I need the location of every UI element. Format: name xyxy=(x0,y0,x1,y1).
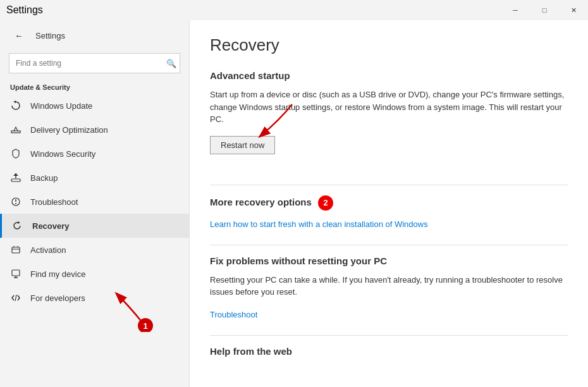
sidebar-app-title: Settings xyxy=(35,31,65,40)
clean-install-link[interactable]: Learn how to start fresh with a clean in… xyxy=(210,219,428,229)
sidebar-item-label-find-my-device: Find my device xyxy=(30,269,85,279)
sidebar-item-delivery-optimization[interactable]: Delivery Optimization xyxy=(0,118,189,142)
for-developers-icon xyxy=(10,292,21,304)
search-icon: 🔍 xyxy=(166,59,176,68)
fix-problems-section: Fix problems without resetting your PC R… xyxy=(210,255,568,320)
title-bar-title: Settings xyxy=(6,4,43,16)
more-recovery-section: More recovery options 2 Learn how to sta… xyxy=(210,195,568,230)
advanced-startup-section: Advanced startup Start up from a device … xyxy=(210,70,568,169)
sidebar-nav-top: ← Settings xyxy=(0,20,189,51)
backup-icon xyxy=(10,172,21,183)
title-bar: Settings ─ □ ✕ xyxy=(0,0,588,20)
search-box: 🔍 xyxy=(9,53,180,73)
sidebar-item-label-backup: Backup xyxy=(30,173,58,183)
help-web-title: Help from the web xyxy=(210,346,568,357)
divider-1 xyxy=(210,185,568,185)
sidebar-item-troubleshoot[interactable]: Troubleshoot xyxy=(0,190,189,214)
back-button[interactable]: ← xyxy=(10,27,28,44)
sidebar: ← Settings 🔍 Update & Security Windows U… xyxy=(0,20,190,387)
svg-rect-0 xyxy=(11,131,20,133)
search-input[interactable] xyxy=(9,53,180,73)
sidebar-item-label-delivery-optimization: Delivery Optimization xyxy=(30,125,108,135)
maximize-button[interactable]: □ xyxy=(530,0,559,20)
svg-rect-6 xyxy=(12,247,20,253)
sidebar-item-label-activation: Activation xyxy=(30,245,66,255)
sidebar-item-label-recovery: Recovery xyxy=(32,221,70,231)
sidebar-item-label-for-developers: For developers xyxy=(30,293,85,303)
windows-security-icon xyxy=(10,148,21,159)
page-title: Recovery xyxy=(210,35,568,55)
sidebar-item-activation[interactable]: Activation xyxy=(0,238,189,262)
sidebar-item-windows-update[interactable]: Windows Update xyxy=(0,94,189,118)
sidebar-item-for-developers[interactable]: For developers xyxy=(0,286,189,310)
nav-items-container: Windows UpdateDelivery OptimizationWindo… xyxy=(0,94,189,310)
troubleshoot-link[interactable]: Troubleshoot xyxy=(210,310,257,319)
close-button[interactable]: ✕ xyxy=(559,0,588,20)
badge-2: 2 xyxy=(318,195,333,211)
advanced-startup-title: Advanced startup xyxy=(210,70,568,81)
divider-3 xyxy=(210,335,568,336)
delivery-optimization-icon xyxy=(10,124,21,135)
help-web-section: Help from the web xyxy=(210,346,568,357)
fix-problems-title: Fix problems without resetting your PC xyxy=(210,255,568,266)
app-body: ← Settings 🔍 Update & Security Windows U… xyxy=(0,20,588,387)
find-my-device-icon xyxy=(10,268,21,280)
activation-icon xyxy=(10,244,21,255)
troubleshoot-icon xyxy=(10,196,21,207)
divider-2 xyxy=(210,245,568,245)
sidebar-item-label-windows-security: Windows Security xyxy=(30,149,95,159)
sidebar-item-label-windows-update: Windows Update xyxy=(30,101,92,111)
back-icon: ← xyxy=(15,31,23,40)
sidebar-item-label-troubleshoot: Troubleshoot xyxy=(30,197,78,207)
content-area: Recovery Advanced startup Start up from … xyxy=(190,20,588,387)
arrow-annotation-2 xyxy=(248,101,298,145)
recovery-icon xyxy=(12,220,23,231)
svg-rect-1 xyxy=(11,179,20,181)
fix-problems-desc: Resetting your PC can take a while. If y… xyxy=(210,274,568,298)
sidebar-item-backup[interactable]: Backup xyxy=(0,166,189,190)
sidebar-item-windows-security[interactable]: Windows Security xyxy=(0,142,189,166)
windows-update-icon xyxy=(10,100,21,111)
sidebar-item-recovery[interactable]: Recovery xyxy=(0,214,189,238)
svg-rect-7 xyxy=(12,270,20,276)
more-recovery-title: More recovery options 2 xyxy=(210,195,568,211)
sidebar-item-find-my-device[interactable]: Find my device xyxy=(0,262,189,286)
svg-point-5 xyxy=(15,203,16,204)
minimize-button[interactable]: ─ xyxy=(501,0,530,20)
svg-line-8 xyxy=(15,295,16,301)
section-label: Update & Security xyxy=(0,80,189,94)
